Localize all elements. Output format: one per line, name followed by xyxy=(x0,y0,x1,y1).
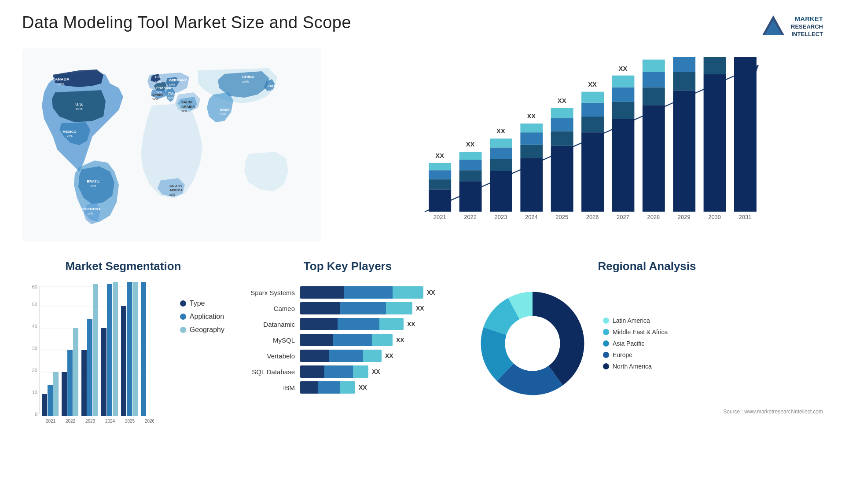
bar-seg3 xyxy=(340,381,355,394)
svg-rect-116 xyxy=(67,350,73,416)
svg-rect-80 xyxy=(704,57,726,74)
svg-text:20: 20 xyxy=(32,368,37,373)
logo-text: MARKET RESEARCH INTELLECT xyxy=(791,15,823,38)
player-row: Sparx Systems XX xyxy=(238,286,458,299)
svg-rect-53 xyxy=(520,132,543,145)
legend-mea-dot xyxy=(603,329,609,335)
svg-text:2027: 2027 xyxy=(617,214,629,220)
bar-seg1 xyxy=(300,318,338,330)
top-section: CANADA xx% U.S. xx% MEXICO xx% BRAZIL xx… xyxy=(22,48,823,242)
svg-rect-47 xyxy=(490,159,512,171)
svg-text:xx%: xx% xyxy=(155,80,161,83)
svg-rect-54 xyxy=(520,124,543,132)
svg-rect-117 xyxy=(73,328,78,416)
logo-icon xyxy=(760,13,786,40)
svg-text:XX: XX xyxy=(619,65,628,72)
svg-rect-68 xyxy=(612,87,635,102)
seg-legend: Type Application Geography xyxy=(180,282,224,334)
legend-application: Application xyxy=(180,313,224,321)
svg-rect-39 xyxy=(429,163,451,171)
svg-rect-69 xyxy=(612,76,635,88)
bar-seg1 xyxy=(300,350,329,362)
legend-europe-dot xyxy=(603,352,609,358)
svg-text:BRAZIL: BRAZIL xyxy=(87,179,99,183)
players-list: Sparx Systems XX Cameo xyxy=(238,282,458,394)
player-bar-wrap: XX xyxy=(300,302,458,314)
logo: MARKET RESEARCH INTELLECT xyxy=(760,13,823,40)
legend-mea: Middle East & Africa xyxy=(603,329,668,336)
player-bar xyxy=(300,334,393,346)
svg-rect-56 xyxy=(551,146,573,212)
svg-text:50: 50 xyxy=(32,302,37,307)
player-xx: XX xyxy=(396,336,404,343)
svg-text:CANADA: CANADA xyxy=(52,77,70,81)
legend-latin-america-label: Latin America xyxy=(613,317,650,324)
svg-text:xx%: xx% xyxy=(76,107,82,111)
svg-text:xx%: xx% xyxy=(169,83,175,86)
legend-geography: Geography xyxy=(180,326,224,334)
page-header: Data Modeling Tool Market Size and Scope… xyxy=(22,13,823,40)
bar-seg1 xyxy=(300,286,344,299)
bar-seg2 xyxy=(324,365,353,378)
bar-seg2 xyxy=(318,381,340,394)
svg-rect-127 xyxy=(121,306,126,416)
bottom-section: Market Segmentation 0 10 20 30 40 50 60 xyxy=(22,259,823,457)
donut-area: Latin America Middle East & Africa Asia … xyxy=(471,282,823,405)
svg-text:JAPAN: JAPAN xyxy=(268,84,279,88)
legend-na-dot xyxy=(603,363,609,369)
svg-text:2021: 2021 xyxy=(46,419,56,424)
player-row: Datanamic XX xyxy=(238,318,458,330)
svg-rect-44 xyxy=(459,152,482,160)
svg-text:U.S.: U.S. xyxy=(75,102,83,106)
svg-text:XX: XX xyxy=(496,128,505,135)
svg-rect-41 xyxy=(459,181,482,212)
svg-text:SPAIN: SPAIN xyxy=(152,93,163,97)
svg-text:xx%: xx% xyxy=(87,212,93,215)
player-bar-wrap: XX xyxy=(300,381,458,394)
source-text: Source : www.marketresearchintellect.com xyxy=(471,409,823,415)
svg-rect-38 xyxy=(429,170,451,179)
player-name: MySQL xyxy=(238,336,295,344)
legend-geo-label: Geography xyxy=(190,326,224,334)
player-name: Vertabelo xyxy=(238,352,295,360)
svg-rect-51 xyxy=(520,158,543,212)
svg-rect-73 xyxy=(643,72,665,87)
bar-seg2 xyxy=(340,302,386,314)
svg-text:XX: XX xyxy=(588,81,597,88)
page-title: Data Modeling Tool Market Size and Scope xyxy=(22,13,351,32)
legend-mea-label: Middle East & Africa xyxy=(613,329,668,336)
player-bar xyxy=(300,350,382,362)
legend-app-label: Application xyxy=(190,313,224,321)
svg-text:2022: 2022 xyxy=(66,419,76,424)
bar-seg3 xyxy=(393,286,423,299)
svg-rect-132 xyxy=(141,282,146,416)
legend-type-label: Type xyxy=(190,299,205,307)
legend-type: Type xyxy=(180,299,224,307)
svg-rect-37 xyxy=(429,179,451,190)
player-row: IBM XX xyxy=(238,381,458,394)
player-xx: XX xyxy=(372,368,380,375)
svg-rect-124 xyxy=(107,284,112,416)
svg-rect-52 xyxy=(520,145,543,158)
player-bar xyxy=(300,302,412,314)
bar-chart: XX XX XX XX XX xyxy=(334,48,823,242)
key-players-section: Top Key Players Sparx Systems XX Cameo xyxy=(238,259,458,457)
svg-text:xx%: xx% xyxy=(268,89,273,92)
svg-text:XX: XX xyxy=(558,97,566,104)
svg-text:XX: XX xyxy=(466,141,475,148)
seg-chart: 0 10 20 30 40 50 60 xyxy=(22,282,171,442)
bar-seg2 xyxy=(333,334,372,346)
svg-rect-63 xyxy=(581,103,604,117)
svg-rect-72 xyxy=(643,87,665,105)
player-bar-wrap: XX xyxy=(300,365,458,378)
svg-text:AFRICA: AFRICA xyxy=(169,188,183,192)
svg-rect-59 xyxy=(551,108,573,118)
svg-text:XX: XX xyxy=(435,152,444,159)
map-svg: CANADA xx% U.S. xx% MEXICO xx% BRAZIL xx… xyxy=(22,48,321,242)
svg-rect-123 xyxy=(101,328,107,416)
svg-text:xx%: xx% xyxy=(181,110,187,113)
svg-text:xx%: xx% xyxy=(90,184,96,187)
svg-text:SOUTH: SOUTH xyxy=(169,184,182,188)
svg-text:0: 0 xyxy=(35,412,37,417)
bar-chart-svg: XX XX XX XX XX xyxy=(361,57,814,220)
